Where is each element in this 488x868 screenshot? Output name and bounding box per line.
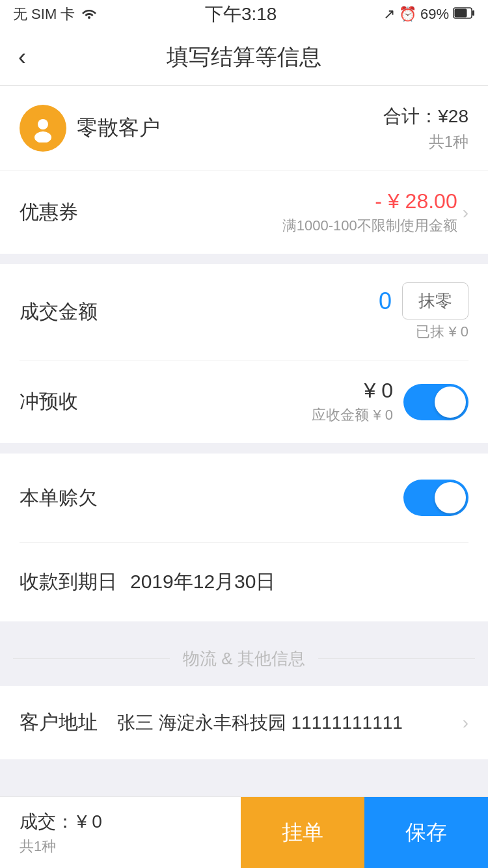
customer-row: 零散客户 合计：¥28 共1种 bbox=[0, 86, 488, 170]
address-label: 客户地址 bbox=[20, 709, 98, 736]
alarm-icon: ⏰ bbox=[399, 6, 416, 23]
customer-name: 零散客户 bbox=[77, 114, 160, 142]
coupon-chevron-icon: › bbox=[463, 202, 468, 223]
prereceive-sub: 应收金额 ¥ 0 bbox=[312, 405, 393, 425]
bottom-bar: 成交： ¥ 0 共1种 挂单 保存 bbox=[0, 796, 488, 868]
address-chevron-icon: › bbox=[463, 712, 468, 733]
address-section: 客户地址 张三 海淀永丰科技园 11111111111 › bbox=[0, 686, 488, 759]
battery-icon bbox=[453, 6, 475, 23]
debt-toggle[interactable] bbox=[403, 480, 468, 516]
coupon-label: 优惠券 bbox=[20, 199, 78, 226]
divider-line-right bbox=[318, 658, 475, 659]
customer-avatar bbox=[20, 105, 66, 152]
prereceive-row: 冲预收 ¥ 0 应收金额 ¥ 0 bbox=[20, 360, 468, 443]
status-right: ↗ ⏰ 69% bbox=[383, 6, 475, 23]
debt-toggle-thumb bbox=[435, 482, 466, 513]
debt-row: 本单赊欠 bbox=[20, 454, 468, 543]
round-button[interactable]: 抹零 bbox=[402, 282, 468, 319]
nav-bar: ‹ 填写结算等信息 bbox=[0, 29, 488, 86]
duedate-value: 2019年12月30日 bbox=[130, 569, 275, 595]
coupon-row[interactable]: 优惠券 - ¥ 28.00 满1000-100不限制使用金额 › bbox=[0, 170, 488, 254]
wifi-icon bbox=[80, 6, 98, 23]
bottom-info: 成交： ¥ 0 共1种 bbox=[0, 797, 241, 868]
toggle-thumb bbox=[435, 387, 466, 418]
hangup-button[interactable]: 挂单 bbox=[241, 797, 364, 868]
logistics-divider: 物流 & 其他信息 bbox=[0, 632, 488, 686]
divider-line-left bbox=[13, 658, 170, 659]
coupon-right: - ¥ 28.00 满1000-100不限制使用金额 › bbox=[282, 189, 468, 236]
back-button[interactable]: ‹ bbox=[18, 44, 26, 71]
duedate-row: 收款到期日 2019年12月30日 bbox=[20, 543, 468, 621]
save-label: 保存 bbox=[405, 819, 447, 847]
coupon-info: - ¥ 28.00 满1000-100不限制使用金额 bbox=[282, 189, 457, 236]
hangup-label: 挂单 bbox=[282, 819, 323, 847]
prereceive-info: ¥ 0 应收金额 ¥ 0 bbox=[312, 379, 393, 425]
customer-left: 零散客户 bbox=[20, 105, 160, 152]
debt-section: 本单赊欠 收款到期日 2019年12月30日 bbox=[0, 454, 488, 621]
status-time: 下午3:18 bbox=[205, 2, 277, 27]
bottom-deal-label: 成交： bbox=[20, 809, 74, 834]
prereceive-right: ¥ 0 应收金额 ¥ 0 bbox=[312, 379, 468, 425]
svg-rect-1 bbox=[472, 10, 474, 16]
deal-amount-value: 0 bbox=[366, 288, 392, 315]
no-sim-label: 无 SIM 卡 bbox=[13, 5, 75, 24]
svg-point-4 bbox=[38, 119, 48, 129]
location-icon: ↗ bbox=[383, 6, 395, 23]
battery-percent: 69% bbox=[420, 6, 449, 23]
address-value: 张三 海淀永丰科技园 11111111111 bbox=[117, 711, 463, 735]
prereceive-amount: ¥ 0 bbox=[312, 379, 393, 403]
status-bar: 无 SIM 卡 下午3:18 ↗ ⏰ 69% bbox=[0, 0, 488, 29]
customer-count: 共1种 bbox=[383, 131, 468, 152]
deal-sub: 已抹 ¥ 0 bbox=[416, 322, 468, 342]
deal-amount-label: 成交金额 bbox=[20, 299, 98, 325]
coupon-discount: - ¥ 28.00 bbox=[282, 189, 457, 213]
nav-title: 填写结算等信息 bbox=[167, 42, 321, 72]
save-button[interactable]: 保存 bbox=[364, 797, 488, 868]
debt-label: 本单赊欠 bbox=[20, 485, 98, 511]
prereceive-label: 冲预收 bbox=[20, 388, 78, 415]
customer-total: 合计：¥28 bbox=[383, 104, 468, 129]
prereceive-toggle[interactable] bbox=[403, 384, 468, 420]
bottom-count: 共1种 bbox=[20, 837, 221, 856]
customer-right: 合计：¥28 共1种 bbox=[383, 104, 468, 152]
logistics-text: 物流 & 其他信息 bbox=[183, 647, 305, 670]
coupon-desc: 满1000-100不限制使用金额 bbox=[282, 216, 457, 236]
duedate-label: 收款到期日 bbox=[20, 569, 117, 595]
bottom-deal-amount: ¥ 0 bbox=[77, 811, 102, 832]
deal-section: 成交金额 0 抹零 已抹 ¥ 0 冲预收 ¥ 0 应收金额 ¥ 0 bbox=[0, 264, 488, 443]
bottom-deal-line: 成交： ¥ 0 bbox=[20, 809, 221, 834]
svg-rect-2 bbox=[454, 9, 467, 18]
deal-amount-row: 成交金额 0 抹零 已抹 ¥ 0 bbox=[20, 264, 468, 360]
address-row[interactable]: 客户地址 张三 海淀永丰科技园 11111111111 › bbox=[20, 686, 468, 759]
customer-section: 零散客户 合计：¥28 共1种 优惠券 - ¥ 28.00 满1000-100不… bbox=[0, 86, 488, 254]
status-left: 无 SIM 卡 bbox=[13, 5, 98, 24]
deal-amount-right: 0 抹零 bbox=[366, 282, 468, 319]
